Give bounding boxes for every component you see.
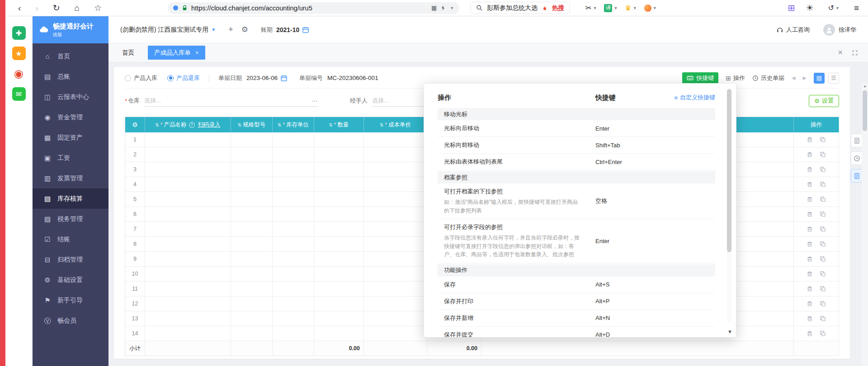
delete-row-icon[interactable] <box>807 211 813 217</box>
cell-qty[interactable] <box>314 311 364 326</box>
sidebar-item-general-ledger[interactable]: ▤总账 <box>33 66 108 87</box>
cell-product[interactable] <box>145 162 231 177</box>
forward-icon[interactable]: › <box>35 4 38 12</box>
cell-product[interactable] <box>145 192 231 207</box>
side-tool-report-button[interactable] <box>851 151 863 165</box>
cell-product[interactable] <box>145 252 231 267</box>
cell-price[interactable] <box>364 222 427 237</box>
cell-spec[interactable] <box>231 132 273 147</box>
cell-qty[interactable] <box>314 296 364 311</box>
sort-icon[interactable]: ⇅ <box>329 122 332 127</box>
cell-product[interactable] <box>145 267 231 282</box>
cell-price[interactable] <box>364 207 427 222</box>
prev-document-icon[interactable]: ◀ <box>792 75 795 81</box>
cell-unit[interactable] <box>273 207 314 222</box>
tab-inbound-order[interactable]: 产成品入库单 × <box>148 46 205 60</box>
cell-unit[interactable] <box>273 252 314 267</box>
settings-button[interactable]: ⚙ 设置 <box>809 95 839 107</box>
cell-price[interactable] <box>364 296 427 311</box>
list-view-toggle[interactable]: ▤ <box>814 73 825 84</box>
cell-product[interactable] <box>145 237 231 252</box>
copy-row-icon[interactable] <box>820 330 826 337</box>
shortcut-keys-button[interactable]: 快捷键 <box>682 72 718 84</box>
cell-spec[interactable] <box>231 147 273 162</box>
radio-product-return[interactable]: 产品退库 <box>167 74 200 82</box>
cell-qty[interactable] <box>314 132 364 147</box>
sidebar-item-settings[interactable]: ⚙基础设置 <box>33 270 108 290</box>
cell-unit[interactable] <box>273 177 314 192</box>
sidebar-item-home[interactable]: ⌂首页 <box>33 46 108 66</box>
calendar-icon[interactable] <box>280 75 288 82</box>
operation-button[interactable]: ⊞操作 <box>726 74 745 82</box>
cell-price[interactable] <box>364 311 427 326</box>
back-icon[interactable]: ‹ <box>18 4 21 12</box>
cell-spec[interactable] <box>231 237 273 252</box>
side-tool-invoice-button[interactable] <box>851 169 863 183</box>
delete-row-icon[interactable] <box>807 271 813 277</box>
close-tab-icon[interactable]: × <box>195 49 199 56</box>
cell-spec[interactable] <box>231 177 273 192</box>
cell-spec[interactable] <box>231 282 273 296</box>
cell-price[interactable] <box>364 192 427 207</box>
sidebar-item-funds[interactable]: ◉资金管理 <box>33 107 108 127</box>
copy-row-icon[interactable] <box>820 166 826 173</box>
cell-qty[interactable] <box>314 282 364 296</box>
sort-icon[interactable]: ⇅ <box>155 122 159 127</box>
cell-product[interactable] <box>145 147 231 162</box>
gear-icon[interactable]: ⚙ <box>241 25 248 34</box>
cell-spec[interactable] <box>231 207 273 222</box>
close-icon[interactable]: × <box>838 48 843 57</box>
copy-row-icon[interactable] <box>820 211 826 217</box>
lightning-icon[interactable] <box>440 5 446 11</box>
scan-entry-link[interactable]: 扫码录入 <box>198 121 221 129</box>
warehouse-field[interactable]: 选择... ⋯ <box>144 95 318 107</box>
cell-product[interactable] <box>145 177 231 192</box>
cell-qty[interactable] <box>314 252 364 267</box>
delete-row-icon[interactable] <box>807 151 813 158</box>
cell-qty[interactable] <box>314 237 364 252</box>
cell-unit[interactable] <box>273 267 314 282</box>
sort-icon[interactable]: ⇅ <box>380 122 383 127</box>
hot-badge[interactable]: 热搜 <box>552 4 564 12</box>
cell-qty[interactable] <box>314 267 364 282</box>
popup-scrollbar-thumb[interactable] <box>727 89 731 252</box>
cell-qty[interactable] <box>314 192 364 207</box>
popup-scrollbar[interactable] <box>727 89 731 322</box>
sidebar-item-invoices[interactable]: ▥发票管理 <box>33 168 108 188</box>
cell-product[interactable] <box>145 326 231 341</box>
theme-icon[interactable]: ☀ <box>806 4 814 12</box>
cell-price[interactable] <box>364 252 427 267</box>
menu-icon[interactable]: ≡ <box>854 4 859 12</box>
sidebar-item-closing[interactable]: ☑结账 <box>33 229 108 249</box>
vip-extension[interactable]: ♛▼ <box>625 5 637 12</box>
cell-qty[interactable] <box>314 147 364 162</box>
cell-product[interactable] <box>145 207 231 222</box>
cell-unit[interactable] <box>273 311 314 326</box>
cell-qty[interactable] <box>314 177 364 192</box>
history-documents-button[interactable]: 历史单据 <box>752 74 784 82</box>
copy-row-icon[interactable] <box>820 271 826 277</box>
url-dropdown-icon[interactable]: ▼ <box>450 6 454 10</box>
refresh-icon[interactable]: ↻ <box>53 4 60 12</box>
cell-qty[interactable] <box>314 207 364 222</box>
company-selector[interactable]: (勿删勿禁用) 江西服宝测试专用 <box>120 26 208 34</box>
cell-unit[interactable] <box>273 237 314 252</box>
sidebar-item-payroll[interactable]: ▣工资 <box>33 148 108 168</box>
launcher-app-green-icon[interactable]: ✚ <box>12 26 26 40</box>
delete-row-icon[interactable] <box>807 196 813 202</box>
cell-unit[interactable] <box>273 162 314 177</box>
launcher-app-star-icon[interactable]: ★ <box>12 47 26 60</box>
scrollbar-thumb[interactable] <box>863 90 867 131</box>
cell-price[interactable] <box>364 237 427 252</box>
cell-price[interactable] <box>364 147 427 162</box>
apps-grid-icon[interactable]: ⊞ <box>788 4 795 12</box>
next-document-icon[interactable]: ▶ <box>803 75 807 81</box>
cell-product[interactable] <box>145 132 231 147</box>
copy-row-icon[interactable] <box>820 196 826 202</box>
sidebar-item-tax[interactable]: ▨税务管理 <box>33 209 108 229</box>
help-icon[interactable]: ? <box>189 122 195 128</box>
cell-unit[interactable] <box>273 192 314 207</box>
date-value[interactable]: 2023-06-06 <box>246 75 278 81</box>
launcher-app-mail-icon[interactable]: ✉ <box>12 87 26 101</box>
scroll-down-icon[interactable]: ▼ <box>727 329 732 334</box>
